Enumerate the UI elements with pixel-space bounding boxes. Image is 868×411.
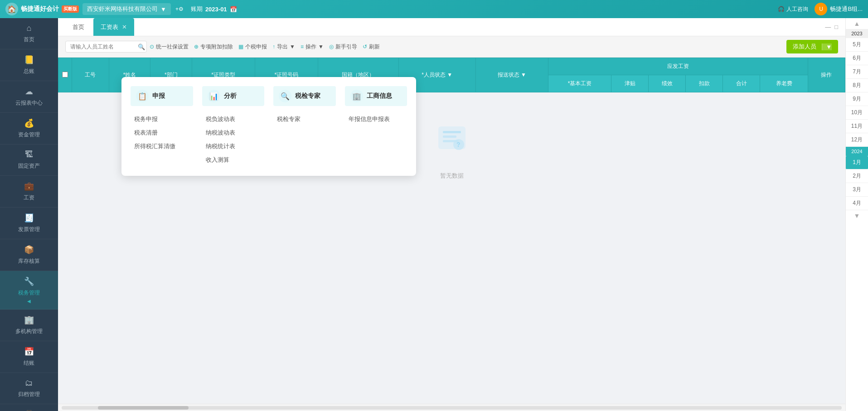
popup-category-declare: 📋 申报 税务申报 税表清册 所得税汇算清缴: [131, 86, 193, 167]
sidebar-item-label: 固定资产: [18, 162, 40, 170]
sidebar-item-ledger[interactable]: 📒 总账: [0, 49, 58, 81]
sidebar-item-tax[interactable]: 🔧 税务管理 ◀: [0, 271, 58, 309]
popup-item-annual-report[interactable]: 年报信息申报表: [345, 112, 407, 126]
sidebar-item-cloud-report[interactable]: ☁ 云报表中心: [0, 81, 58, 113]
sidebar: ⌂ 首页 📒 总账 ☁ 云报表中心 💰 资金管理 🏗 固定资产 💼 工资 🧾 发…: [0, 18, 58, 411]
sidebar-item-label: 结账: [24, 359, 34, 367]
help-button[interactable]: 🎧 人工咨询: [778, 5, 808, 13]
settings-icon-button[interactable]: ⚙: [179, 6, 184, 12]
popup-category-declare-header: 📋 申报: [131, 86, 193, 106]
calendar-nav-down[interactable]: ▼: [846, 210, 868, 221]
logo-area: 🏠 畅捷通好会计 买断版: [5, 3, 79, 15]
social-settings-button[interactable]: ⊙ 统一社保设置: [150, 43, 189, 51]
svg-rect-2: [443, 135, 456, 138]
main-layout: ⌂ 首页 📒 总账 ☁ 云报表中心 💰 资金管理 🏗 固定资产 💼 工资 🧾 发…: [0, 18, 868, 411]
sidebar-item-inventory[interactable]: 📦 库存核算: [0, 239, 58, 271]
calendar-month-9[interactable]: 9月: [846, 92, 868, 106]
svg-rect-1: [443, 131, 461, 133]
header-right: 🎧 人工咨询 U 畅捷通B组...: [778, 3, 863, 15]
sidebar-item-label: 多机构管理: [15, 328, 43, 335]
scroll-track[interactable]: [62, 406, 842, 410]
popup-item-tax-wave[interactable]: 税负波动表: [202, 112, 265, 126]
tax-expert-category-label: 税检专家: [295, 92, 320, 100]
table-subheader-bonus: 津贴: [611, 75, 649, 92]
search-input[interactable]: [65, 41, 147, 53]
calendar-month-10[interactable]: 10月: [846, 106, 868, 120]
calendar-nav-up[interactable]: ▲: [846, 18, 868, 29]
period-value: 2023-01: [205, 6, 227, 13]
export-button[interactable]: ↑ 导出 ▼: [272, 43, 295, 51]
sidebar-item-fund[interactable]: 💰 资金管理: [0, 113, 58, 145]
export-icon: ↑: [272, 44, 275, 50]
new-guide-button[interactable]: ◎ 新手引导: [329, 43, 357, 51]
calendar-month-11[interactable]: 11月: [846, 120, 868, 133]
tab-salary[interactable]: 工资表 ✕: [93, 18, 134, 36]
popup-item-tax-check[interactable]: 税检专家: [273, 112, 336, 126]
sidebar-item-fixed-assets[interactable]: 🏗 固定资产: [0, 145, 58, 176]
window-maximize-icon[interactable]: □: [834, 24, 838, 30]
empty-text: 暂无数据: [440, 172, 464, 180]
scroll-thumb[interactable]: [98, 406, 189, 410]
period-calendar-icon[interactable]: 📅: [230, 6, 237, 13]
sidebar-item-home[interactable]: ⌂ 首页: [0, 18, 58, 49]
calendar-month-3[interactable]: 3月: [846, 183, 868, 197]
invoice-icon: 🧾: [24, 213, 34, 223]
table-header-operate: 操作: [808, 58, 845, 92]
table-subheader-total: 合计: [723, 75, 760, 92]
sidebar-item-multi-org[interactable]: 🏢 多机构管理: [0, 309, 58, 341]
calendar-month-12[interactable]: 12月: [846, 133, 868, 147]
special-deduct-button[interactable]: ⊕ 专项附加扣除: [194, 43, 233, 51]
company-selector[interactable]: 西安虾米网络科技有限公司 ▼: [82, 3, 171, 15]
add-company-button[interactable]: +: [175, 6, 179, 12]
sidebar-expand-icon: ◀: [27, 299, 31, 304]
popup-category-tax-expert-header: 🔍 税检专家: [273, 86, 336, 106]
sidebar-item-label: 税务管理: [18, 289, 40, 297]
tab-home[interactable]: 首页: [65, 18, 92, 36]
operate-button[interactable]: ≡ 操作 ▼: [301, 43, 324, 51]
archive-icon: 🗂: [25, 378, 33, 388]
analysis-category-icon: 📊: [208, 90, 220, 102]
calendar-month-4[interactable]: 4月: [846, 197, 868, 210]
inventory-icon: 📦: [24, 245, 34, 255]
add-label: 添加人员: [793, 43, 816, 51]
calendar-month-6[interactable]: 6月: [846, 52, 868, 65]
right-calendar: ▲ 2023 5月 6月 7月 8月 9月 10月 11月 12月 2024 1…: [845, 18, 868, 411]
tab-salary-label: 工资表: [101, 23, 118, 31]
calendar-month-1[interactable]: 1月: [846, 156, 868, 169]
sidebar-item-salary[interactable]: 💼 工资: [0, 176, 58, 208]
calendar-month-2[interactable]: 2月: [846, 169, 868, 183]
toolbar-actions: ⊙ 统一社保设置 ⊕ 专项附加扣除 ▦ 个税申报 ↑ 导出 ▼ ≡: [150, 43, 380, 51]
business-info-category-icon: 🏢: [350, 90, 363, 102]
window-minimize-icon[interactable]: —: [825, 24, 831, 30]
new-guide-label: 新手引导: [335, 43, 357, 51]
fixed-assets-icon: 🏗: [25, 150, 33, 160]
popup-category-business-info: 🏢 工商信息 年报信息申报表: [345, 86, 407, 167]
special-label: 专项附加扣除: [200, 43, 233, 51]
add-person-button[interactable]: 添加人员 ▼: [786, 40, 838, 53]
sidebar-item-close-period[interactable]: 📅 结账: [0, 341, 58, 373]
select-all-checkbox[interactable]: [62, 72, 68, 77]
company-dropdown-icon: ▼: [160, 6, 166, 13]
user-area[interactable]: U 畅捷通B组...: [815, 3, 863, 15]
popup-item-tax-pay-wave[interactable]: 纳税波动表: [202, 126, 265, 140]
refresh-button[interactable]: ↺ 刷新: [363, 43, 380, 51]
sidebar-item-invoice[interactable]: 🧾 发票管理: [0, 208, 58, 239]
popup-item-tax-declare[interactable]: 税务申报: [131, 112, 193, 126]
popup-item-tax-stat[interactable]: 纳税统计表: [202, 140, 265, 153]
multi-org-icon: 🏢: [24, 315, 34, 325]
calendar-month-5[interactable]: 5月: [846, 38, 868, 52]
table-subheader-deduct: 扣款: [686, 75, 723, 92]
tax-declare-button[interactable]: ▦ 个税申报: [238, 43, 267, 51]
popup-item-tax-table[interactable]: 税表清册: [131, 126, 193, 140]
tab-close-icon[interactable]: ✕: [122, 24, 127, 30]
calendar-month-8[interactable]: 8月: [846, 79, 868, 92]
popup-category-business-info-header: 🏢 工商信息: [345, 86, 407, 106]
popup-category-analysis: 📊 分析 税负波动表 纳税波动表 纳税统计表 收入测算: [202, 86, 265, 167]
sidebar-item-archive[interactable]: 🗂 归档管理: [0, 373, 58, 404]
scrollbar-area[interactable]: [58, 404, 845, 411]
popup-item-income-tax-clear[interactable]: 所得税汇算清缴: [131, 140, 193, 153]
add-dropdown-icon[interactable]: ▼: [822, 44, 832, 50]
sidebar-item-report-sale[interactable]: 📱 小畅报销: [0, 404, 58, 411]
calendar-month-7[interactable]: 7月: [846, 65, 868, 79]
popup-item-income-calc[interactable]: 收入测算: [202, 153, 265, 167]
